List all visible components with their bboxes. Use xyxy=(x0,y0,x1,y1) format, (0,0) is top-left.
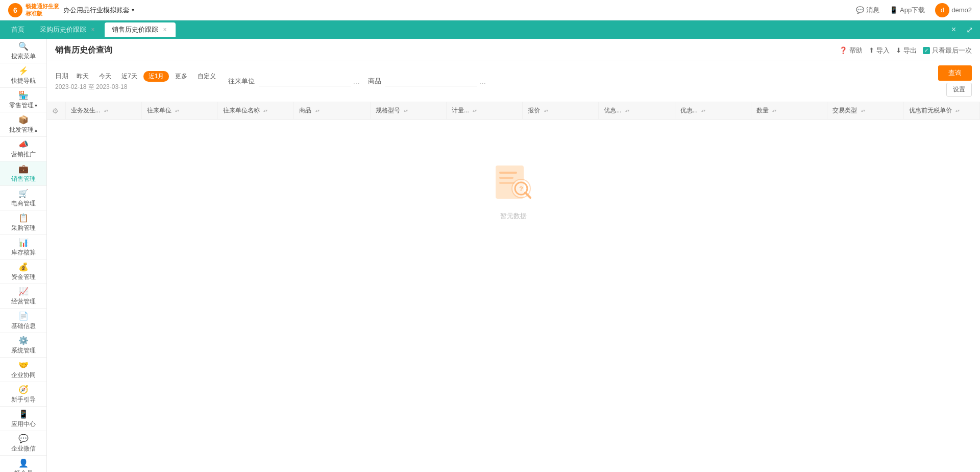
th-partner-code[interactable]: 往来单位 ▴▾ xyxy=(141,102,217,120)
date-option-last1m[interactable]: 近1月 xyxy=(143,71,169,82)
th-partner-name[interactable]: 往来单位名称 ▴▾ xyxy=(218,102,294,120)
maximize-window-button[interactable]: ⤢ xyxy=(963,24,976,36)
sort-arrows-discount2[interactable]: ▴▾ xyxy=(701,108,705,113)
sales-mgmt-icon: 💼 xyxy=(18,164,29,174)
sidebar-item-purchase-mgmt[interactable]: 📋 采购管理 xyxy=(0,210,46,235)
finance-mgmt-icon: 💰 xyxy=(18,262,29,272)
data-table: ⚙ 业务发生... ▴▾ 往来单位 ▴▾ 往来单位名称 xyxy=(47,102,980,120)
th-quote[interactable]: 报价 ▴▾ xyxy=(523,102,599,120)
help-button[interactable]: ❓ 帮助 xyxy=(839,46,863,55)
basic-info-icon: 📄 xyxy=(18,311,29,321)
import-button[interactable]: ⬆ 导入 xyxy=(869,46,890,55)
only-last-checkbox-box[interactable]: ✓ xyxy=(923,47,930,54)
sidebar-item-new-guide[interactable]: 🧭 新手引导 xyxy=(0,382,46,407)
sort-arrows-partner-code[interactable]: ▴▾ xyxy=(175,108,179,113)
sidebar-item-marketing[interactable]: 📣 营销推广 xyxy=(0,137,46,161)
date-option-today[interactable]: 今天 xyxy=(95,71,115,82)
close-window-button[interactable]: × xyxy=(948,24,959,35)
date-option-yesterday[interactable]: 昨天 xyxy=(72,71,93,82)
date-option-more[interactable]: 更多 xyxy=(171,71,191,82)
top-bar-left: 6 畅捷通好生意 标准版 办公用品行业模拟账套 ▾ xyxy=(8,3,134,17)
sort-arrows-goods[interactable]: ▴▾ xyxy=(315,108,320,113)
sort-arrows-partner-name[interactable]: ▴▾ xyxy=(263,108,267,113)
svg-text:?: ? xyxy=(519,185,523,193)
th-pretax-price[interactable]: 优惠前无税单价 ▴▾ xyxy=(903,102,979,120)
sidebar-item-enterprise-wechat[interactable]: 💬 企业微信 xyxy=(0,431,46,456)
msg-button[interactable]: 💬 消息 xyxy=(856,6,879,15)
th-discount1[interactable]: 优惠... ▴▾ xyxy=(599,102,675,120)
quick-nav-icon: ⚡ xyxy=(18,66,29,76)
new-guide-icon: 🧭 xyxy=(18,385,29,394)
table-settings-icon[interactable]: ⚙ xyxy=(52,107,59,115)
sort-arrows-qty[interactable]: ▴▾ xyxy=(772,108,776,113)
only-last-checkbox[interactable]: ✓ 只看最后一次 xyxy=(923,46,972,55)
tab-purchase-close[interactable]: × xyxy=(89,26,96,33)
sidebar-item-inventory[interactable]: 📊 库存核算 xyxy=(0,235,46,259)
th-unit[interactable]: 计量... ▴▾ xyxy=(446,102,522,120)
sidebar-item-finance-mgmt[interactable]: 💰 资金管理 xyxy=(0,259,46,284)
sort-arrows-pretax-price[interactable]: ▴▾ xyxy=(955,108,960,113)
th-spec[interactable]: 规格型号 ▴▾ xyxy=(370,102,446,120)
th-qty[interactable]: 数量 ▴▾ xyxy=(751,102,827,120)
goods-dots[interactable]: ... xyxy=(479,77,486,86)
th-discount1-label: 优惠... xyxy=(604,107,621,114)
user-area[interactable]: d demo2 xyxy=(935,3,972,17)
app-center-icon: 📱 xyxy=(18,409,29,419)
app-title-area[interactable]: 办公用品行业模拟账套 ▾ xyxy=(63,6,134,15)
sidebar-item-retail-mgmt[interactable]: 🏪 零售管理 ▾ xyxy=(0,88,46,112)
app-download-button[interactable]: 📱 App下载 xyxy=(890,6,925,15)
svg-rect-2 xyxy=(499,177,513,179)
filter-settings-button[interactable]: 设置 xyxy=(946,83,972,97)
sidebar-item-app-center[interactable]: 📱 应用中心 xyxy=(0,407,46,431)
logo-text: 畅捷通好生意 标准版 xyxy=(26,3,59,16)
sidebar-item-operations-mgmt[interactable]: 📈 经营管理 xyxy=(0,284,46,309)
member-icon: 👤 xyxy=(18,458,29,468)
export-button[interactable]: ⬇ 导出 xyxy=(896,46,917,55)
th-goods[interactable]: 商品 ▴▾ xyxy=(294,102,370,120)
sort-arrows-trade-type[interactable]: ▴▾ xyxy=(861,108,865,113)
tab-home[interactable]: 首页 xyxy=(4,22,32,37)
tab-sales-close[interactable]: × xyxy=(161,26,168,33)
tab-purchase-history[interactable]: 采购历史价跟踪 × xyxy=(33,22,104,37)
sort-arrows-quote[interactable]: ▴▾ xyxy=(544,108,548,113)
tab-sales-history[interactable]: 销售历史价跟踪 × xyxy=(105,22,176,37)
sort-arrows-discount1[interactable]: ▴▾ xyxy=(625,108,629,113)
partner-input[interactable] xyxy=(259,76,351,86)
sidebar-item-sales-mgmt[interactable]: 💼 销售管理 xyxy=(0,161,46,186)
date-option-last7[interactable]: 近7天 xyxy=(117,71,141,82)
goods-label: 商品 xyxy=(368,77,381,86)
th-qty-label: 数量 xyxy=(756,107,769,114)
sort-arrows-spec[interactable]: ▴▾ xyxy=(404,108,408,113)
sidebar-item-system-mgmt[interactable]: ⚙️ 系统管理 xyxy=(0,333,46,358)
retail-mgmt-icon: 🏪 xyxy=(18,90,29,100)
sort-arrows-biz-date[interactable]: ▴▾ xyxy=(104,108,108,113)
sidebar-item-quick-nav[interactable]: ⚡ 快捷导航 xyxy=(0,63,46,88)
partner-dots[interactable]: ... xyxy=(353,77,359,86)
th-biz-date[interactable]: 业务发生... ▴▾ xyxy=(65,102,141,120)
th-spec-label: 规格型号 xyxy=(376,107,400,114)
retail-expand-arrow: ▾ xyxy=(35,103,37,108)
top-bar-right: 💬 消息 📱 App下载 d demo2 xyxy=(856,3,972,17)
sidebar-item-member[interactable]: 👤 畅会员 xyxy=(0,456,46,472)
th-settings[interactable]: ⚙ xyxy=(47,102,65,120)
th-partner-code-label: 往来单位 xyxy=(147,107,172,114)
sidebar-item-wholesale-mgmt[interactable]: 📦 批发管理 ▴ xyxy=(0,112,46,137)
logo-area: 6 畅捷通好生意 标准版 xyxy=(8,3,59,17)
th-discount2[interactable]: 优惠... ▴▾ xyxy=(675,102,751,120)
sort-arrows-unit[interactable]: ▴▾ xyxy=(473,108,477,113)
sidebar-item-basic-info[interactable]: 📄 基础信息 xyxy=(0,309,46,333)
content-area: 销售历史价查询 ❓ 帮助 ⬆ 导入 ⬇ 导出 xyxy=(47,39,980,472)
empty-illustration: ? xyxy=(488,160,539,206)
date-option-custom[interactable]: 自定义 xyxy=(193,71,220,82)
enterprise-wechat-icon: 💬 xyxy=(18,434,29,443)
tab-bar: 首页 采购历史价跟踪 × 销售历史价跟踪 × × ⤢ xyxy=(0,20,980,39)
th-unit-label: 计量... xyxy=(452,107,469,114)
app-dropdown-arrow[interactable]: ▾ xyxy=(132,7,134,13)
sidebar-item-search-menu[interactable]: 🔍 搜索菜单 xyxy=(0,39,46,63)
query-button[interactable]: 查询 xyxy=(938,65,972,81)
sidebar-item-ecom-mgmt[interactable]: 🛒 电商管理 xyxy=(0,186,46,210)
sidebar-item-enterprise-coop[interactable]: 🤝 企业协同 xyxy=(0,358,46,382)
th-trade-type[interactable]: 交易类型 ▴▾ xyxy=(827,102,903,120)
avatar: d xyxy=(935,3,949,17)
goods-input[interactable] xyxy=(385,76,477,86)
